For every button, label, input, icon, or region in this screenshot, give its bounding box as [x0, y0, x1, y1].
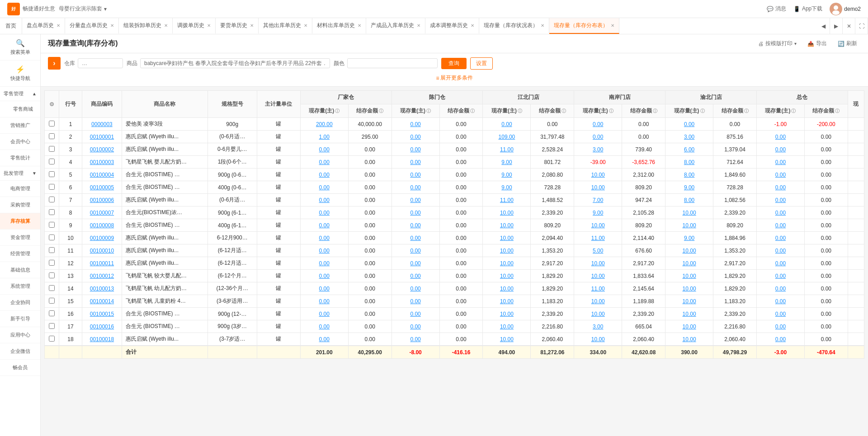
info-icon-4[interactable]: ⓘ — [470, 108, 475, 114]
cell-checkbox[interactable] — [45, 131, 59, 143]
goods-code-link[interactable]: 00100001 — [90, 134, 114, 140]
jiangbei-qty-link[interactable]: 10.00 — [500, 273, 514, 279]
sidebar-item-wholesale[interactable]: 批发管理 ▼ — [0, 166, 40, 181]
cell-checkbox[interactable] — [45, 118, 59, 131]
row-checkbox[interactable] — [49, 171, 55, 177]
cell-checkbox[interactable] — [45, 181, 59, 194]
info-icon-2[interactable]: ⓘ — [379, 108, 383, 114]
factory-qty-link[interactable]: 0.00 — [319, 260, 330, 267]
chenmen-qty-link[interactable]: 0.00 — [410, 311, 420, 317]
total-qty-link[interactable]: 0.00 — [775, 298, 786, 305]
cell-checkbox[interactable] — [45, 333, 59, 346]
info-icon-11[interactable]: ⓘ — [791, 108, 796, 114]
row-checkbox[interactable] — [49, 323, 55, 329]
color-input[interactable] — [347, 58, 438, 68]
row-checkbox[interactable] — [49, 336, 55, 342]
row-checkbox[interactable] — [49, 285, 55, 291]
sidebar-item-guide[interactable]: 新手引导 — [0, 311, 40, 327]
info-icon-5[interactable]: ⓘ — [518, 108, 522, 114]
goods-code-link[interactable]: 00100011 — [90, 260, 114, 267]
factory-qty-link[interactable]: 0.00 — [319, 222, 330, 229]
tab-expand-btn[interactable]: ⛶ — [855, 18, 868, 34]
yubei-qty-link[interactable]: 10.00 — [683, 286, 696, 292]
nanan-qty-link[interactable]: 10.00 — [591, 273, 605, 279]
goods-code-link[interactable]: 00100004 — [90, 172, 114, 178]
nanan-qty-link[interactable]: 0.00 — [593, 134, 603, 140]
total-qty-link[interactable]: 0.00 — [775, 248, 786, 254]
factory-qty-link[interactable]: 0.00 — [319, 235, 330, 241]
chenmen-qty-link[interactable]: 0.00 — [410, 323, 420, 330]
goods-code-link[interactable]: 0000003 — [91, 121, 113, 127]
jiangbei-qty-link[interactable]: 11.00 — [500, 197, 514, 203]
total-qty-link[interactable]: 0.00 — [775, 260, 786, 267]
nanan-qty-link[interactable]: 9.00 — [593, 210, 603, 216]
yubei-qty-link[interactable]: 3.00 — [684, 134, 694, 140]
total-qty-link[interactable]: 0.00 — [775, 336, 786, 342]
tab-close-all-btn[interactable]: ✕ — [843, 18, 855, 34]
chenmen-qty-link[interactable]: 0.00 — [410, 273, 420, 279]
sidebar-item-retail[interactable]: 零售管理 ▲ — [0, 87, 40, 101]
yubei-qty-link[interactable]: 10.00 — [683, 323, 696, 330]
nanan-qty-link[interactable]: 10.00 — [591, 336, 605, 342]
tab-product-in[interactable]: 产成品入库单历史 ✕ — [366, 18, 425, 34]
chenmen-qty-link[interactable]: 0.00 — [410, 121, 420, 127]
yubei-qty-link[interactable]: 10.00 — [683, 210, 696, 216]
expand-more-link[interactable]: ≡ 展开更多条件 — [436, 74, 472, 82]
nanan-qty-link[interactable]: 10.00 — [591, 311, 605, 317]
total-qty-link[interactable]: 0.00 — [775, 134, 786, 140]
row-checkbox[interactable] — [49, 184, 55, 190]
refresh-btn[interactable]: 🔄 刷新 — [834, 38, 861, 49]
sidebar-item-operations[interactable]: 经营管理 — [0, 246, 40, 262]
sidebar-item-enterprise[interactable]: 企业协同 — [0, 295, 40, 311]
jiangbei-qty-link[interactable]: 10.00 — [500, 286, 514, 292]
row-checkbox[interactable] — [49, 222, 55, 228]
goods-code-link[interactable]: 00100003 — [90, 159, 114, 165]
sidebar-item-finance[interactable]: 资金管理 — [0, 230, 40, 246]
jiangbei-qty-link[interactable]: 11.00 — [500, 146, 514, 153]
cell-checkbox[interactable] — [45, 206, 59, 219]
yubei-qty-link[interactable]: 8.00 — [684, 197, 694, 203]
yubei-qty-link[interactable]: 10.00 — [683, 273, 696, 279]
jiangbei-qty-link[interactable]: 10.00 — [500, 248, 514, 254]
factory-qty-link[interactable]: 1.00 — [319, 134, 330, 140]
cell-checkbox[interactable] — [45, 320, 59, 333]
nanan-qty-link[interactable]: 10.00 — [591, 260, 605, 267]
tab-close-cost-adjust[interactable]: ✕ — [471, 23, 474, 28]
jiangbei-qty-link[interactable]: 10.00 — [500, 222, 514, 229]
row-checkbox[interactable] — [49, 247, 55, 253]
info-icon-6[interactable]: ⓘ — [561, 108, 566, 114]
chenmen-qty-link[interactable]: 0.00 — [410, 222, 420, 229]
chenmen-qty-link[interactable]: 0.00 — [410, 210, 420, 216]
total-qty-link[interactable]: 0.00 — [775, 184, 786, 191]
cell-checkbox[interactable] — [45, 232, 59, 244]
settings-icon[interactable]: ⚙ — [49, 101, 54, 108]
yubei-qty-link[interactable]: 8.00 — [684, 159, 694, 165]
tab-close-stocktake[interactable]: ✕ — [57, 23, 60, 28]
factory-qty-link[interactable]: 0.00 — [319, 298, 330, 305]
tab-assemble[interactable]: 组装拆卸单历史 ✕ — [119, 18, 173, 34]
nanan-qty-link[interactable]: 3.00 — [593, 146, 603, 153]
total-qty-link[interactable]: 0.00 — [775, 273, 786, 279]
factory-qty-link[interactable]: 0.00 — [319, 336, 330, 342]
chenmen-qty-link[interactable]: 0.00 — [410, 286, 420, 292]
tab-home[interactable]: 首页 — [0, 18, 22, 34]
factory-qty-link[interactable]: 0.00 — [319, 184, 330, 191]
search-btn[interactable]: 查询 — [441, 58, 467, 69]
message-btn[interactable]: 💬 消息 — [767, 5, 786, 13]
tab-close-stock-status[interactable]: ✕ — [541, 23, 544, 28]
chenmen-qty-link[interactable]: 0.00 — [410, 298, 420, 305]
factory-qty-link[interactable]: 0.00 — [319, 197, 330, 203]
goods-code-link[interactable]: 00100018 — [90, 336, 114, 342]
total-qty-link[interactable]: 0.00 — [775, 286, 786, 292]
tab-stocktake[interactable]: 盘点单历史 ✕ — [22, 18, 65, 34]
tab-close-assemble[interactable]: ✕ — [164, 23, 168, 28]
info-icon-12[interactable]: ⓘ — [835, 108, 840, 114]
goods-code-link[interactable]: 00100013 — [90, 286, 114, 292]
goods-code-link[interactable]: 00100010 — [90, 248, 114, 254]
total-qty-link[interactable]: -1.00 — [774, 121, 787, 127]
row-checkbox[interactable] — [49, 159, 55, 164]
row-checkbox[interactable] — [49, 197, 55, 202]
total-qty-link[interactable]: 0.00 — [775, 146, 786, 153]
print-btn[interactable]: 🖨 按模版打印 ▾ — [755, 38, 800, 49]
export-btn[interactable]: 📤 导出 — [804, 38, 830, 49]
